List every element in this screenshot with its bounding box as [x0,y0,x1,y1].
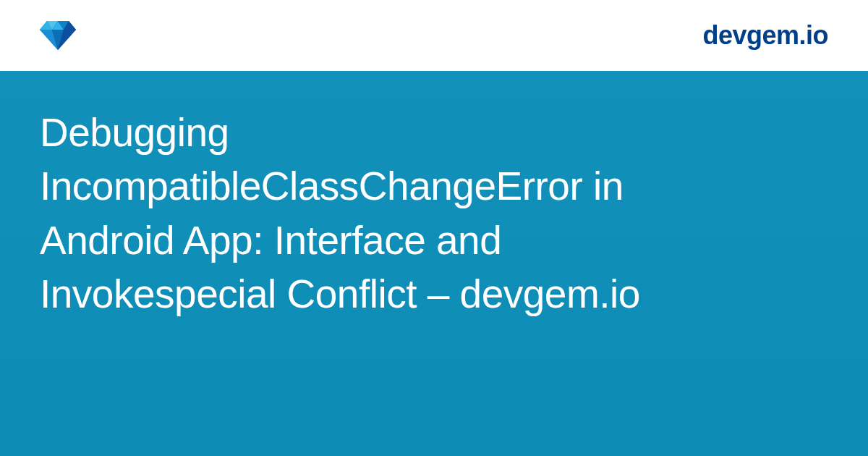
brand-name: devgem.io [702,20,828,51]
page-title: Debugging IncompatibleClassChangeError i… [40,106,691,321]
gem-logo-icon [40,21,76,50]
hero-section: Debugging IncompatibleClassChangeError i… [0,71,868,456]
header: devgem.io [0,0,868,71]
